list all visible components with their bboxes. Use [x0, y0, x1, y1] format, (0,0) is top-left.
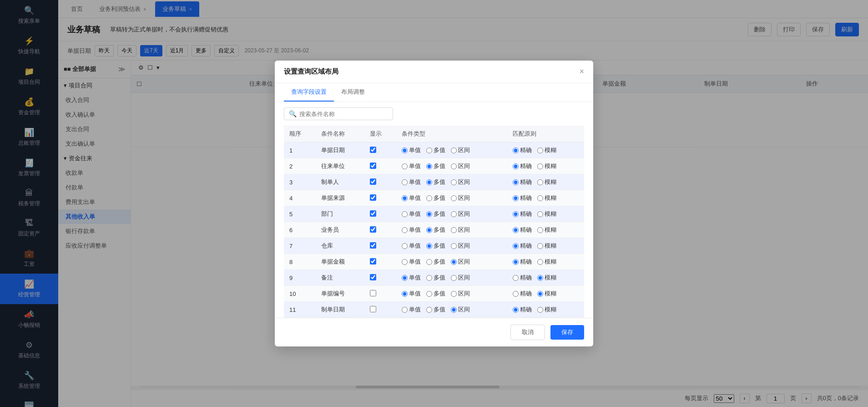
row-type-radio-label[interactable]: 多值: [426, 290, 445, 298]
row-type-radio[interactable]: [426, 163, 432, 169]
row-type-radio[interactable]: [451, 148, 457, 153]
row-match-radio-label[interactable]: 模糊: [537, 290, 556, 298]
row-match-radio[interactable]: [513, 227, 519, 233]
row-type-radio[interactable]: [451, 243, 457, 249]
row-match-radio[interactable]: [537, 195, 543, 201]
row-type-radio-label[interactable]: 多值: [426, 305, 445, 314]
row-type-radio-label[interactable]: 区间: [451, 178, 470, 186]
row-type-radio[interactable]: [426, 243, 432, 249]
row-type-radio[interactable]: [426, 227, 432, 233]
row-match-radio[interactable]: [513, 163, 519, 169]
row-type-radio-label[interactable]: 单值: [402, 194, 421, 202]
row-type-radio-label[interactable]: 单值: [402, 274, 421, 282]
row-match-radio-label[interactable]: 模糊: [537, 226, 556, 234]
row-show-checkbox[interactable]: [370, 258, 376, 265]
row-match-radio-label[interactable]: 精确: [513, 194, 532, 202]
row-type-radio-label[interactable]: 多值: [426, 194, 445, 202]
cancel-button[interactable]: 取消: [510, 325, 545, 340]
row-match-radio-label[interactable]: 模糊: [537, 258, 556, 266]
row-show-checkbox[interactable]: [370, 210, 376, 217]
row-type-radio-label[interactable]: 多值: [426, 162, 445, 170]
row-type-radio-label[interactable]: 单值: [402, 210, 421, 218]
row-match-radio[interactable]: [513, 275, 519, 281]
modal-tab-field-settings[interactable]: 查询字段设置: [284, 83, 334, 102]
row-type-radio[interactable]: [402, 307, 408, 313]
row-type-radio[interactable]: [451, 259, 457, 265]
row-match-radio[interactable]: [537, 259, 543, 265]
row-show-checkbox[interactable]: [370, 178, 376, 185]
row-match-radio[interactable]: [537, 148, 543, 153]
row-show-checkbox[interactable]: [370, 194, 376, 201]
row-match-radio[interactable]: [513, 179, 519, 185]
row-type-radio[interactable]: [451, 211, 457, 217]
row-match-radio-label[interactable]: 精确: [513, 290, 532, 298]
row-type-radio-label[interactable]: 区间: [451, 146, 470, 154]
row-type-radio-label[interactable]: 单值: [402, 290, 421, 298]
row-show-checkbox[interactable]: [370, 226, 376, 233]
row-type-radio-label[interactable]: 多值: [426, 210, 445, 218]
modal-close-button[interactable]: ×: [579, 67, 584, 76]
row-type-radio[interactable]: [426, 291, 432, 297]
row-type-radio-label[interactable]: 单值: [402, 258, 421, 266]
row-type-radio[interactable]: [402, 275, 408, 281]
row-type-radio-label[interactable]: 单值: [402, 162, 421, 170]
row-type-radio-label[interactable]: 多值: [426, 258, 445, 266]
row-match-radio[interactable]: [513, 259, 519, 265]
row-type-radio[interactable]: [402, 148, 408, 153]
row-match-radio-label[interactable]: 精确: [513, 258, 532, 266]
row-type-radio-label[interactable]: 区间: [451, 194, 470, 202]
row-match-radio[interactable]: [513, 211, 519, 217]
row-type-radio[interactable]: [426, 275, 432, 281]
row-type-radio-label[interactable]: 区间: [451, 305, 470, 314]
row-type-radio-label[interactable]: 单值: [402, 146, 421, 154]
row-type-radio-label[interactable]: 区间: [451, 162, 470, 170]
row-match-radio-label[interactable]: 模糊: [537, 210, 556, 218]
row-type-radio[interactable]: [451, 227, 457, 233]
row-type-radio-label[interactable]: 单值: [402, 305, 421, 314]
row-type-radio-label[interactable]: 区间: [451, 226, 470, 234]
row-show-checkbox[interactable]: [370, 242, 376, 249]
row-show-checkbox[interactable]: [370, 147, 376, 153]
row-type-radio[interactable]: [451, 195, 457, 201]
modal-tab-layout-settings[interactable]: 布局调整: [334, 83, 372, 102]
row-match-radio-label[interactable]: 精确: [513, 274, 532, 282]
row-type-radio[interactable]: [402, 179, 408, 185]
row-match-radio[interactable]: [537, 227, 543, 233]
row-match-radio-label[interactable]: 模糊: [537, 162, 556, 170]
row-match-radio[interactable]: [537, 163, 543, 169]
row-match-radio[interactable]: [513, 243, 519, 249]
row-type-radio-label[interactable]: 区间: [451, 290, 470, 298]
row-type-radio[interactable]: [402, 259, 408, 265]
row-type-radio[interactable]: [451, 163, 457, 169]
row-type-radio[interactable]: [426, 148, 432, 153]
row-type-radio[interactable]: [426, 195, 432, 201]
row-match-radio-label[interactable]: 模糊: [537, 305, 556, 314]
row-type-radio[interactable]: [426, 211, 432, 217]
row-type-radio[interactable]: [402, 163, 408, 169]
row-show-checkbox[interactable]: [370, 163, 376, 169]
row-type-radio-label[interactable]: 多值: [426, 242, 445, 250]
row-match-radio-label[interactable]: 模糊: [537, 146, 556, 154]
row-type-radio[interactable]: [426, 307, 432, 313]
row-type-radio[interactable]: [402, 243, 408, 249]
row-type-radio[interactable]: [451, 291, 457, 297]
row-type-radio[interactable]: [402, 291, 408, 297]
row-type-radio-label[interactable]: 区间: [451, 274, 470, 282]
row-match-radio-label[interactable]: 模糊: [537, 194, 556, 202]
row-match-radio-label[interactable]: 精确: [513, 178, 532, 186]
row-match-radio[interactable]: [537, 243, 543, 249]
row-type-radio[interactable]: [402, 195, 408, 201]
row-type-radio[interactable]: [402, 227, 408, 233]
row-match-radio-label[interactable]: 精确: [513, 305, 532, 314]
row-type-radio[interactable]: [426, 259, 432, 265]
row-show-checkbox[interactable]: [370, 306, 376, 312]
row-match-radio-label[interactable]: 模糊: [537, 178, 556, 186]
row-type-radio[interactable]: [451, 307, 457, 313]
row-match-radio[interactable]: [537, 291, 543, 297]
row-match-radio-label[interactable]: 模糊: [537, 274, 556, 282]
row-match-radio-label[interactable]: 模糊: [537, 242, 556, 250]
row-match-radio[interactable]: [513, 148, 519, 153]
row-type-radio-label[interactable]: 多值: [426, 178, 445, 186]
row-type-radio-label[interactable]: 区间: [451, 242, 470, 250]
row-type-radio-label[interactable]: 单值: [402, 242, 421, 250]
